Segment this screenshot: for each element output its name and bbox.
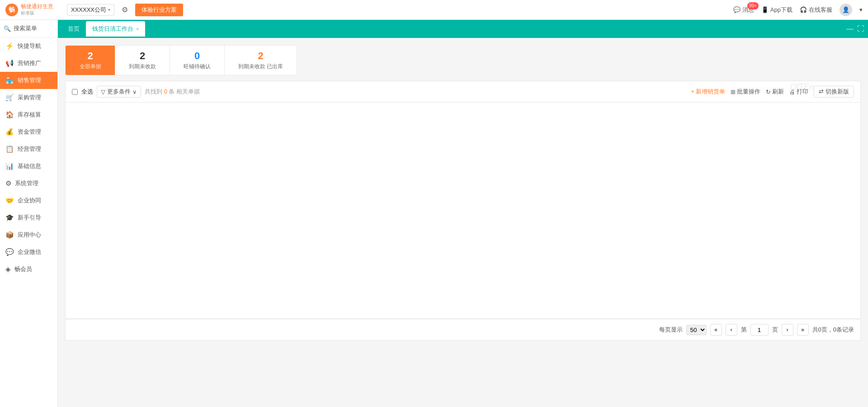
logo-text: 畅捷通好生意	[21, 3, 53, 10]
inventory-icon: 🏠	[5, 111, 14, 119]
stat-num-overdue: 2	[129, 50, 156, 62]
prev-page-button[interactable]: ‹	[726, 324, 737, 336]
nav-tabs: 首页 钱货日清工作台 × — ⛶	[58, 20, 868, 38]
per-page-select[interactable]: 50	[686, 325, 707, 335]
tab-home[interactable]: 首页	[61, 21, 86, 37]
close-tab-icon[interactable]: ×	[136, 26, 139, 32]
filter-label: 更多条件	[107, 88, 131, 96]
sidebar-item-quick-nav[interactable]: ⚡ 快捷导航	[0, 37, 57, 55]
count-suffix: 相关单据	[176, 88, 200, 95]
table-area	[65, 102, 861, 319]
message-button[interactable]: 💬 消息 99+	[733, 6, 754, 14]
stat-tab-pending[interactable]: 0 旺铺待确认	[170, 46, 225, 75]
sidebar-item-system[interactable]: ⚙ 系统管理	[0, 175, 57, 192]
sidebar-search[interactable]: 🔍 搜索菜单	[0, 20, 57, 37]
sidebar-item-label: 应用中心	[18, 231, 41, 239]
member-icon: ◈	[5, 265, 11, 273]
sidebar-item-label: 经营管理	[18, 145, 41, 153]
sidebar: 🔍 搜索菜单 ⚡ 快捷导航 📢 营销推广 🏪 销售管理 🛒 采购管理 🏠 库存核…	[0, 20, 58, 407]
marketing-icon: 📢	[5, 59, 14, 67]
sidebar-item-label: 畅会员	[14, 265, 32, 273]
refresh-icon: ↻	[766, 89, 771, 95]
toolbar: 全选 ▽ 更多条件 ∨ 共找到 0 条 相关单据 + 新增销货单 ⊞ 批量操作 …	[65, 81, 861, 102]
top-header: 畅 畅捷通好生意 标准版 XXXXXX公司 ▾ ⚙ 体验行业方案 💬 消息 99…	[0, 0, 868, 20]
logo-sub: 标准版	[21, 10, 53, 16]
main-content: 2 全部单据 2 到期未收款 0 旺铺待确认 2 到期未收款 已出库 全选 ▽ …	[58, 38, 868, 407]
company-selector[interactable]: XXXXXX公司 ▾	[67, 4, 114, 16]
sidebar-item-purchase[interactable]: 🛒 采购管理	[0, 89, 57, 106]
base-info-icon: 📊	[5, 162, 14, 170]
sidebar-item-label: 营销推广	[18, 59, 41, 67]
sidebar-item-inventory[interactable]: 🏠 库存核算	[0, 106, 57, 123]
wechat-icon: 💬	[5, 248, 14, 256]
sidebar-item-marketing[interactable]: 📢 营销推广	[0, 55, 57, 72]
sidebar-item-sales[interactable]: 🏪 销售管理	[0, 72, 57, 89]
stat-label-overdue: 到期未收款	[129, 63, 156, 70]
select-all-checkbox[interactable]	[72, 89, 78, 95]
maximize-button[interactable]: ⛶	[857, 25, 864, 33]
online-service-label: 在线客服	[809, 6, 832, 14]
sidebar-item-guide[interactable]: 🎓 新手引导	[0, 209, 57, 226]
stat-tab-shipped[interactable]: 2 到期未收款 已出库	[225, 46, 297, 75]
service-icon: 🎧	[800, 6, 807, 13]
next-page-button[interactable]: ›	[782, 324, 793, 336]
sidebar-item-app-center[interactable]: 📦 应用中心	[0, 226, 57, 243]
trial-button[interactable]: 体验行业方案	[135, 4, 183, 16]
header-right: 💬 消息 99+ 📱 App下载 🎧 在线客服 👤 ▾	[733, 4, 863, 16]
sidebar-item-cooperation[interactable]: 🤝 企业协同	[0, 192, 57, 209]
first-page-button[interactable]: «	[710, 324, 722, 336]
sidebar-item-label: 基础信息	[18, 162, 41, 170]
sidebar-item-base-info[interactable]: 📊 基础信息	[0, 158, 57, 175]
stat-tab-all[interactable]: 2 全部单据	[66, 46, 115, 75]
stat-num-pending: 0	[184, 50, 211, 62]
company-name: XXXXXX公司	[71, 6, 106, 14]
minimize-button[interactable]: —	[846, 25, 854, 33]
tab-home-label: 首页	[68, 25, 80, 33]
operations-icon: 📋	[5, 145, 14, 153]
tab-workbench[interactable]: 钱货日清工作台 ×	[86, 21, 145, 37]
sidebar-item-label: 企业微信	[18, 248, 41, 256]
count-num: 0	[164, 88, 167, 95]
per-page-label: 每页显示	[659, 326, 683, 334]
count-prefix: 共找到	[145, 88, 162, 95]
sidebar-item-label: 销售管理	[18, 76, 41, 84]
message-badge: 99+	[747, 2, 759, 9]
filter-chevron: ∨	[132, 89, 137, 95]
filter-button[interactable]: ▽ 更多条件 ∨	[97, 86, 141, 98]
stat-num-all: 2	[79, 50, 101, 62]
batch-label: 批量操作	[737, 88, 760, 96]
print-button[interactable]: 🖨 打印	[789, 88, 808, 96]
sidebar-item-operations[interactable]: 📋 经营管理	[0, 140, 57, 158]
app-download-label: App下载	[770, 6, 793, 14]
app-center-icon: 📦	[5, 231, 14, 239]
search-icon: 🔍	[4, 25, 11, 32]
sidebar-item-label: 库存核算	[18, 111, 41, 119]
avatar[interactable]: 👤	[840, 4, 852, 16]
stat-tab-overdue[interactable]: 2 到期未收款	[115, 46, 170, 75]
online-service-button[interactable]: 🎧 在线客服	[800, 6, 832, 14]
message-icon: 💬	[733, 6, 741, 13]
page-input[interactable]	[750, 324, 769, 336]
sidebar-item-finance[interactable]: 💰 资金管理	[0, 123, 57, 140]
refresh-label: 刷新	[772, 88, 784, 96]
user-menu[interactable]: ▾	[859, 6, 863, 13]
sidebar-search-label: 搜索菜单	[14, 24, 37, 33]
sidebar-item-member[interactable]: ◈ 畅会员	[0, 261, 57, 278]
add-order-button[interactable]: + 新增销货单	[691, 88, 725, 96]
sales-icon: 🏪	[5, 76, 14, 84]
refresh-button[interactable]: ↻ 刷新	[766, 88, 784, 96]
stats-tabs: 2 全部单据 2 到期未收款 0 旺铺待确认 2 到期未收款 已出库	[65, 45, 297, 75]
page-suffix: 页	[772, 326, 778, 334]
batch-action-button[interactable]: ⊞ 批量操作	[731, 88, 760, 96]
quick-nav-icon: ⚡	[5, 42, 14, 50]
sidebar-item-wechat[interactable]: 💬 企业微信	[0, 243, 57, 261]
app-download-button[interactable]: 📱 App下载	[761, 6, 793, 14]
pagination: 每页显示 50 « ‹ 第 页 › » 共0页，0条记录	[65, 319, 861, 341]
settings-button[interactable]: ⚙	[118, 3, 132, 17]
switch-version-button[interactable]: ⇄ 切换新版	[814, 86, 854, 98]
sidebar-item-label: 采购管理	[18, 94, 41, 102]
total-info: 共0页，0条记录	[812, 326, 854, 334]
stat-label-pending: 旺铺待确认	[184, 63, 211, 70]
last-page-button[interactable]: »	[797, 324, 809, 336]
purchase-icon: 🛒	[5, 94, 14, 102]
